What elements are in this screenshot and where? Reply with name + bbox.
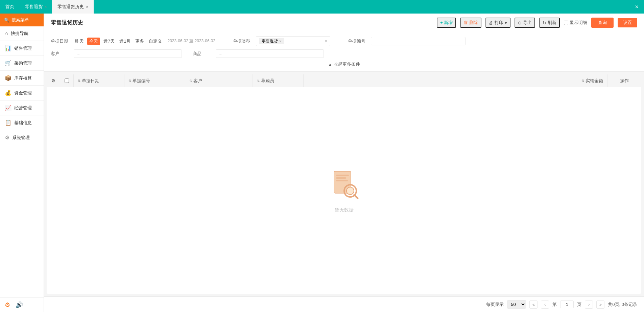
sidebar-item-operations-label: 经营管理 xyxy=(14,105,32,111)
date-filter-label: 单据日期 xyxy=(51,38,70,44)
tab-retail-return[interactable]: 零售退货 × xyxy=(20,0,52,14)
th-date-label: 单据日期 xyxy=(82,78,99,84)
type-tag: 零售退货 × xyxy=(259,38,284,44)
type-filter-label: 单据类型 xyxy=(233,38,252,44)
page-size-select[interactable]: 20 50 100 xyxy=(507,300,526,309)
shortcut-1month[interactable]: 近1月 xyxy=(118,38,132,45)
header-actions: + 新增 🗑 删除 🖨 打印 ▾ ⊙ 导出 ↻ 刷新 显示明细 xyxy=(437,18,637,28)
settings-button[interactable]: 设置 xyxy=(618,18,637,27)
filter-row-1: 单据日期 昨天 今天 近7天 近1月 更多 自定义 2023-06-02 至 2… xyxy=(51,36,637,46)
volume-icon[interactable]: 🔊 xyxy=(16,301,23,309)
sidebar-item-finance[interactable]: 💰 资金管理 xyxy=(0,86,44,101)
shortcut-7days[interactable]: 近7天 xyxy=(102,38,116,45)
tab-retail-return-close[interactable]: × xyxy=(45,5,47,9)
top-bar: 首页 零售退货 × 零售退货历史 × × xyxy=(0,0,644,14)
filter-row-2: 客户 ... 商品 ... xyxy=(51,49,637,58)
basic-info-icon: 📋 xyxy=(5,119,11,126)
th-no[interactable]: ⇅ 单据编号 xyxy=(124,74,185,87)
svg-rect-1 xyxy=(336,175,349,176)
date-shortcuts: 昨天 今天 近7天 近1月 更多 自定义 xyxy=(74,38,163,45)
shortcut-yesterday[interactable]: 昨天 xyxy=(74,38,85,45)
no-filter-input[interactable] xyxy=(371,37,466,45)
sort-icon-amount: ⇅ xyxy=(581,79,584,83)
shortcut-more[interactable]: 更多 xyxy=(134,38,145,45)
sidebar: 🔍 搜索菜单 ⌂ 快捷导航 📊 销售管理 🛒 采购管理 📦 库存核算 💰 资金管… xyxy=(0,14,44,312)
settings-gear-icon[interactable]: ⚙ xyxy=(5,301,10,309)
query-button[interactable]: 查询 xyxy=(591,18,614,28)
total-text: 共0页, 0条记录 xyxy=(608,302,637,308)
delete-button[interactable]: 🗑 删除 xyxy=(460,18,481,28)
th-guide[interactable]: ⇅ 导购员 xyxy=(253,74,304,87)
print-label: 打印 xyxy=(495,20,503,26)
sidebar-item-system[interactable]: ⚙ 系统管理 xyxy=(0,130,44,145)
search-icon: 🔍 xyxy=(4,18,9,23)
sidebar-search-label: 搜索菜单 xyxy=(11,17,29,23)
finance-icon: 💰 xyxy=(5,90,11,96)
system-icon: ⚙ xyxy=(5,134,9,141)
th-settings[interactable]: ⚙ xyxy=(47,74,60,87)
tab-home[interactable]: 首页 xyxy=(0,0,20,14)
shortcut-today[interactable]: 今天 xyxy=(87,38,100,45)
print-button[interactable]: 🖨 打印 ▾ xyxy=(485,18,510,28)
table-header: ⚙ ⇅ 单据日期 ⇅ 单据编号 ⇅ 客户 ⇅ xyxy=(47,74,641,87)
th-customer[interactable]: ⇅ 客户 xyxy=(185,74,253,87)
goods-filter-select[interactable]: ... xyxy=(216,49,324,58)
operations-icon: 📈 xyxy=(5,105,11,111)
refresh-button[interactable]: ↻ 刷新 xyxy=(539,18,560,28)
sales-icon: 📊 xyxy=(5,45,11,51)
customer-filter-label: 客户 xyxy=(51,51,70,57)
th-date[interactable]: ⇅ 单据日期 xyxy=(74,74,124,87)
page-label-suffix: 页 xyxy=(577,302,581,308)
tab-retail-return-history[interactable]: 零售退货历史 × xyxy=(52,0,93,14)
print-icon: 🖨 xyxy=(489,20,493,25)
customer-filter-select[interactable]: ... xyxy=(74,49,182,58)
sidebar-item-finance-label: 资金管理 xyxy=(14,90,32,96)
sidebar-item-purchase[interactable]: 🛒 采购管理 xyxy=(0,56,44,71)
show-detail-checkbox[interactable] xyxy=(564,21,568,25)
sidebar-item-quicknav[interactable]: ⌂ 快捷导航 xyxy=(0,26,44,41)
first-page-button[interactable]: « xyxy=(529,300,538,309)
page-header: 零售退货历史 + 新增 🗑 删除 🖨 打印 ▾ ⊙ 导出 ↻ 刷新 xyxy=(44,14,644,32)
tab-retail-return-history-close[interactable]: × xyxy=(86,5,88,9)
inventory-icon: 📦 xyxy=(5,75,11,81)
tab-retail-return-history-label: 零售退货历史 xyxy=(57,4,84,10)
add-button[interactable]: + 新增 xyxy=(437,18,456,28)
filter-area: 单据日期 昨天 今天 近7天 近1月 更多 自定义 2023-06-02 至 2… xyxy=(44,32,644,72)
type-tag-remove[interactable]: × xyxy=(279,39,282,44)
th-amount[interactable]: ⇅ 实销金额 xyxy=(304,74,607,87)
sidebar-item-sales[interactable]: 📊 销售管理 xyxy=(0,41,44,56)
window-close-button[interactable]: × xyxy=(629,3,644,10)
sidebar-item-basic-info[interactable]: 📋 基础信息 xyxy=(0,115,44,130)
export-icon: ⊙ xyxy=(518,20,522,25)
refresh-label: 刷新 xyxy=(548,20,556,26)
type-dropdown-icon: ▾ xyxy=(325,39,327,44)
tab-retail-return-label: 零售退货 xyxy=(25,4,43,10)
sidebar-item-operations[interactable]: 📈 经营管理 xyxy=(0,101,44,115)
collapse-label: 收起更多条件 xyxy=(334,61,360,67)
sidebar-item-purchase-label: 采购管理 xyxy=(14,60,32,66)
prev-page-button[interactable]: ‹ xyxy=(541,300,549,309)
export-button[interactable]: ⊙ 导出 xyxy=(515,18,535,28)
sort-asc-icon-date: ⇅ xyxy=(78,79,80,83)
goods-filter-label: 商品 xyxy=(193,51,212,57)
shortcut-custom[interactable]: 自定义 xyxy=(147,38,163,45)
show-detail-checkbox-label[interactable]: 显示明细 xyxy=(564,20,587,26)
th-check[interactable] xyxy=(60,74,74,87)
next-page-button[interactable]: › xyxy=(585,300,593,309)
pagination-bar: 每页显示 20 50 100 « ‹ 第 页 › » 共0页, 0条记录 xyxy=(44,296,644,312)
page-number-input[interactable] xyxy=(560,300,574,308)
sidebar-item-sales-label: 销售管理 xyxy=(14,45,32,51)
select-all-checkbox[interactable] xyxy=(65,79,69,83)
sort-icon-no: ⇅ xyxy=(128,79,131,83)
th-ops-label: 操作 xyxy=(620,78,629,84)
sidebar-item-quicknav-label: 快捷导航 xyxy=(11,30,28,37)
collapse-button[interactable]: ▲ 收起更多条件 xyxy=(328,61,360,67)
print-dropdown-icon: ▾ xyxy=(505,20,507,25)
type-filter-select[interactable]: 零售退货 × ▾ xyxy=(256,36,330,46)
last-page-button[interactable]: » xyxy=(596,300,604,309)
sidebar-item-inventory[interactable]: 📦 库存核算 xyxy=(0,71,44,86)
type-tag-label: 零售退货 xyxy=(262,38,278,44)
content-area: 零售退货历史 + 新增 🗑 删除 🖨 打印 ▾ ⊙ 导出 ↻ 刷新 xyxy=(44,14,644,312)
svg-rect-2 xyxy=(336,177,346,179)
sidebar-search[interactable]: 🔍 搜索菜单 xyxy=(0,14,44,26)
